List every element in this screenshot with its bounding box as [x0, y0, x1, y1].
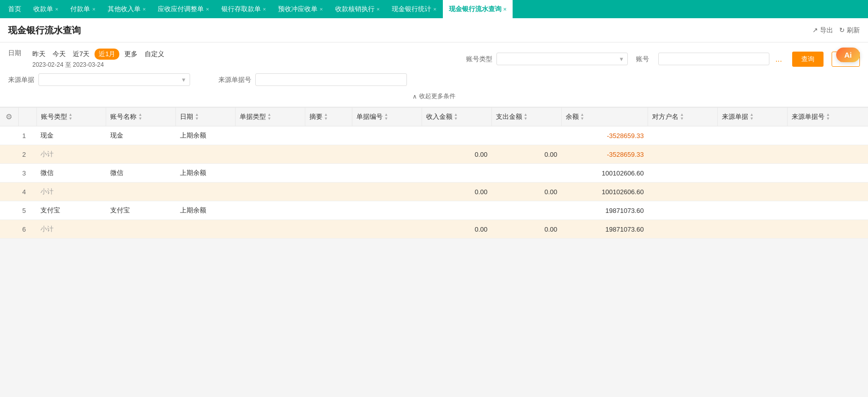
collapse-up-icon: ∧	[413, 93, 417, 100]
date-options: 昨天今天近7天近1月更多自定义	[30, 49, 166, 60]
date-option-近1月[interactable]: 近1月	[95, 49, 119, 60]
cell-date: 上期余额	[176, 126, 235, 145]
col-header-doc_type[interactable]: 单据类型▲▼	[235, 108, 305, 126]
cell-account-type: 微信	[36, 164, 106, 183]
account-type-select[interactable]: ▾	[496, 53, 628, 65]
col-header-doc_no[interactable]: 单据编号▲▼	[352, 108, 422, 126]
row-num: 1	[18, 126, 36, 145]
sort-arrows-counterpart: ▲▼	[680, 113, 684, 121]
source-doc-label: 来源单据	[8, 75, 34, 84]
account-more-button[interactable]: ...	[773, 55, 784, 64]
close-icon[interactable]: ×	[504, 0, 507, 18]
chevron-down-icon: ▾	[620, 55, 623, 63]
col-header-account_name[interactable]: 账号名称▲▼	[106, 108, 176, 126]
close-icon[interactable]: ×	[55, 0, 58, 18]
table-container: ⚙账号类型▲▼账号名称▲▼日期▲▼单据类型▲▼摘要▲▼单据编号▲▼收入金额▲▼支…	[0, 107, 868, 239]
cell-account-name: 支付宝	[106, 201, 176, 220]
main-table: ⚙账号类型▲▼账号名称▲▼日期▲▼单据类型▲▼摘要▲▼单据编号▲▼收入金额▲▼支…	[0, 107, 868, 239]
cell-date	[176, 145, 235, 164]
date-filter-group: 日期 昨天今天近7天近1月更多自定义 2023-02-24 至 2023-03-…	[8, 49, 166, 69]
ai-badge[interactable]: Ai	[836, 48, 860, 62]
source-doc-no-group: 来源单据号	[218, 73, 407, 86]
table-row: 1现金现金上期余额-3528659.33	[0, 126, 868, 145]
nav-item-银行存取款单[interactable]: 银行存取款单×	[215, 0, 272, 18]
close-icon[interactable]: ×	[206, 0, 209, 18]
col-header-expense[interactable]: 支出金额▲▼	[491, 108, 561, 126]
nav-item-预收冲应收单[interactable]: 预收冲应收单×	[272, 0, 329, 18]
page-header: 现金银行流水查询 ↗ 导出 ↻ 刷新	[0, 18, 868, 42]
refresh-icon: ↻	[839, 26, 845, 34]
cell-account-type: 小计	[36, 145, 106, 164]
source-doc-select[interactable]: ▾	[38, 73, 190, 86]
chevron-down-icon2: ▾	[182, 76, 186, 83]
account-group: 账号 ...	[636, 53, 784, 65]
nav-item-应收应付调整单[interactable]: 应收应付调整单×	[152, 0, 215, 18]
nav-bar: 首页收款单×付款单×其他收入单×应收应付调整单×银行存取款单×预收冲应收单×收款…	[0, 0, 868, 18]
nav-item-收款单[interactable]: 收款单×	[27, 0, 64, 18]
collapse-bar[interactable]: ∧ 收起更多条件	[8, 90, 860, 101]
close-icon[interactable]: ×	[263, 0, 266, 18]
gear-icon[interactable]: ⚙	[6, 112, 12, 121]
cell-date	[176, 183, 235, 201]
nav-item-首页[interactable]: 首页	[2, 0, 27, 18]
account-input[interactable]	[658, 53, 769, 65]
date-option-近7天[interactable]: 近7天	[71, 49, 92, 60]
row-num: 2	[18, 145, 36, 164]
sort-arrows-doc_type: ▲▼	[267, 113, 271, 121]
account-type-group: 账号类型 ▾	[466, 53, 628, 65]
nav-item-现金银行流水查询[interactable]: 现金银行流水查询×	[443, 0, 513, 18]
col-header-date[interactable]: 日期▲▼	[176, 108, 235, 126]
table-row: 6小计0.000.0019871073.60	[0, 220, 868, 239]
export-icon: ↗	[812, 26, 818, 34]
table-row: 5支付宝支付宝上期余额19871073.60	[0, 201, 868, 220]
table-row: 2小计0.000.00-3528659.33	[0, 145, 868, 164]
col-header-account_type[interactable]: 账号类型▲▼	[36, 108, 106, 126]
sort-arrows-expense: ▲▼	[524, 113, 528, 121]
row-num: 4	[18, 183, 36, 201]
col-header-source_doc_no[interactable]: 来源单据号▲▼	[787, 108, 868, 126]
refresh-button[interactable]: ↻ 刷新	[839, 26, 860, 35]
cell-account-name	[106, 183, 176, 201]
close-icon[interactable]: ×	[143, 0, 146, 18]
date-option-更多[interactable]: 更多	[122, 49, 140, 60]
cell-account-type: 现金	[36, 126, 106, 145]
col-header-income[interactable]: 收入金额▲▼	[422, 108, 491, 126]
close-icon[interactable]: ×	[319, 0, 323, 18]
sort-arrows-date: ▲▼	[195, 113, 199, 121]
close-icon[interactable]: ×	[377, 0, 380, 18]
table-row: 4小计0.000.00100102606.60	[0, 183, 868, 201]
sort-arrows-doc_no: ▲▼	[384, 113, 388, 121]
close-icon[interactable]: ×	[92, 0, 95, 18]
query-button[interactable]: 查询	[792, 52, 824, 67]
sort-arrows-income: ▲▼	[454, 113, 458, 121]
export-button[interactable]: ↗ 导出	[812, 26, 833, 35]
cell-account-type: 小计	[36, 220, 106, 239]
col-header-balance[interactable]: 余额▲▼	[561, 108, 648, 126]
col-header-num	[18, 108, 36, 126]
col-header-source_doc[interactable]: 来源单据▲▼	[717, 108, 787, 126]
header-actions: ↗ 导出 ↻ 刷新	[812, 26, 860, 35]
source-doc-no-input[interactable]	[255, 73, 407, 86]
account-type-label: 账号类型	[466, 55, 492, 64]
sort-arrows-account_name: ▲▼	[138, 113, 142, 121]
cell-account-type: 支付宝	[36, 201, 106, 220]
close-icon[interactable]: ×	[433, 0, 436, 18]
filter-row-2: 来源单据 ▾ 来源单据号	[8, 73, 860, 86]
cell-account-name	[106, 220, 176, 239]
sort-arrows-source_doc_no: ▲▼	[826, 113, 830, 121]
sort-arrows-source_doc: ▲▼	[750, 113, 754, 121]
sort-arrows-balance: ▲▼	[580, 113, 584, 121]
col-header-counterpart[interactable]: 对方户名▲▼	[648, 108, 717, 126]
account-label: 账号	[636, 55, 654, 64]
row-num: 5	[18, 201, 36, 220]
nav-item-现金银行统计[interactable]: 现金银行统计×	[386, 0, 442, 18]
page-title: 现金银行流水查询	[8, 24, 81, 36]
date-option-昨天[interactable]: 昨天	[30, 49, 48, 60]
nav-item-收款核销执行[interactable]: 收款核销执行×	[329, 0, 386, 18]
nav-item-其他收入单[interactable]: 其他收入单×	[102, 0, 152, 18]
date-option-自定义[interactable]: 自定义	[143, 49, 166, 60]
nav-item-付款单[interactable]: 付款单×	[64, 0, 101, 18]
col-header-summary[interactable]: 摘要▲▼	[305, 108, 352, 126]
cell-date: 上期余额	[176, 201, 235, 220]
date-option-今天[interactable]: 今天	[51, 49, 68, 60]
